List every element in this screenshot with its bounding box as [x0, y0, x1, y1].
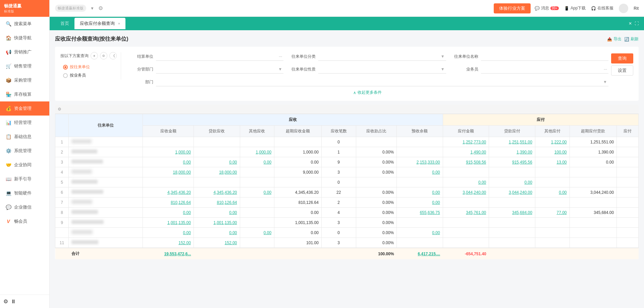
dept-dropdown-icon: ▼	[278, 67, 282, 72]
sidebar-item-label: 资金管理	[14, 105, 32, 112]
user-avatar[interactable]	[619, 4, 628, 13]
radio-by-unit	[63, 65, 68, 70]
search-method-by-unit[interactable]: 按往来单位	[60, 63, 117, 71]
close-window-icon[interactable]: ✕	[629, 21, 632, 26]
app-download-label: App下载	[571, 5, 586, 11]
unit-name-input[interactable]	[481, 52, 608, 61]
sidebar-item-hardware[interactable]: 💻 智能硬件	[0, 186, 49, 200]
finance-icon: 💰	[5, 106, 11, 111]
download-icon: 📱	[564, 6, 569, 11]
purchase-icon: 📦	[5, 78, 11, 83]
sidebar-item-inventory[interactable]: 🏪 库存核算	[0, 87, 49, 101]
member-icon: V	[5, 219, 11, 224]
col-ar-loan: 贷款应收	[194, 126, 240, 137]
refresh-btn[interactable]: 🔄 刷新	[624, 36, 639, 42]
table-footer-row: 合计 19,553,472,6... 100.00% 6,417,215....…	[55, 248, 639, 259]
footer-ar-advance[interactable]: 6,417,215....	[397, 248, 443, 259]
footer-ar-amount[interactable]: 19,553,472,6...	[143, 248, 194, 259]
user-name: Rit	[634, 6, 639, 11]
col-ar-advance: 预收余额	[397, 126, 443, 137]
tab-close-icon[interactable]: ×	[118, 21, 120, 26]
footer-ap-amount: -654,751.40	[443, 248, 489, 259]
sidebar-item-system[interactable]: ⚙️ 系统管理	[0, 144, 49, 158]
unit-name-label: 往来单位名称	[451, 54, 478, 59]
dept-input[interactable]: ▼	[156, 65, 283, 74]
sidebar-item-base[interactable]: 📋 基础信息	[0, 130, 49, 144]
row-unit	[69, 238, 143, 248]
topbar-settings-icon[interactable]: ⚙	[98, 5, 103, 11]
system-icon: ⚙️	[5, 148, 11, 153]
footer-ar-ratio: 100.00%	[356, 248, 397, 259]
logo-text: 畅捷通赢	[4, 3, 21, 9]
table-row: 21,000.001,000.001,000.0010.00%1,490.001…	[55, 147, 639, 157]
salesperson-input[interactable]: ···	[481, 65, 608, 74]
sidebar-item-label: 采购管理	[14, 77, 32, 83]
sidebar-collapse-icon[interactable]: ⏸	[11, 299, 16, 305]
search-label: 按以下方案查询	[60, 53, 89, 59]
sidebar-settings-icon[interactable]: ⚙	[3, 298, 8, 305]
form-row-1: 结算单位 ··· 往来单位分类	[126, 52, 608, 61]
sidebar-item-search[interactable]: 🔍 搜索菜单	[0, 17, 49, 31]
online-service-btn[interactable]: 🎧 在线客服	[591, 5, 613, 11]
settlement-unit-input[interactable]: ···	[156, 52, 283, 61]
sidebar-item-operations[interactable]: 📊 经营管理	[0, 116, 49, 130]
operations-icon: 📊	[5, 120, 11, 125]
topbar-dropdown-icon[interactable]: ▼	[90, 6, 94, 11]
filter-collapse-btn[interactable]: 《	[109, 52, 117, 59]
sidebar-item-sales[interactable]: 🛒 销售管理	[0, 59, 49, 73]
dept-label: 分管部门	[126, 67, 153, 72]
export-btn[interactable]: 📤 导出	[607, 36, 622, 42]
filter-settings-btn[interactable]: ⊙	[100, 52, 107, 59]
sidebar-item-wechat[interactable]: 💬 企业微信	[0, 200, 49, 214]
promo-btn[interactable]: 体验行业方案	[494, 3, 531, 13]
query-btn[interactable]: 查询	[611, 53, 633, 63]
row-unit	[69, 218, 143, 228]
message-icon: 💬	[535, 6, 540, 11]
inventory-icon: 🏪	[5, 92, 11, 97]
field-dept: 分管部门 ▼	[126, 65, 283, 74]
table-toolbar: ⚙	[55, 105, 639, 114]
search-method-by-staff[interactable]: 按业务员	[60, 71, 117, 80]
tab-balance[interactable]: 应收应付余额查询 ×	[74, 18, 125, 29]
sidebar-item-label: 搜索菜单	[14, 21, 32, 27]
unit-nature-input[interactable]: ▼	[318, 65, 446, 74]
table-settings-icon[interactable]: ⚙	[58, 107, 61, 112]
sidebar-item-guide[interactable]: 📖 新手引导	[0, 172, 49, 186]
col-ap-other: 其他应付	[535, 126, 570, 137]
setting-btn[interactable]: 设置	[611, 65, 633, 76]
tab-balance-label: 应收应付余额查询	[80, 21, 115, 26]
sidebar-item-marketing[interactable]: 📢 营销推广	[0, 45, 49, 59]
fullscreen-icon[interactable]: ⛶	[635, 21, 639, 26]
sidebar-item-purchase[interactable]: 📦 采购管理	[0, 73, 49, 87]
section-dept-input[interactable]: ▼	[156, 78, 608, 86]
guide-icon: 📖	[5, 176, 11, 182]
base-icon: 📋	[5, 134, 11, 139]
hardware-icon: 💻	[5, 190, 11, 196]
unit-nature-label: 往来单位性质	[289, 67, 316, 72]
sidebar-item-label: 系统管理	[14, 148, 32, 154]
row-number: 8	[55, 208, 69, 218]
sidebar-item-shortcut[interactable]: 🏠 快捷导航	[0, 31, 49, 45]
col-ap-loan: 贷款应付	[489, 126, 535, 137]
row-unit	[69, 197, 143, 208]
sidebar-item-collab[interactable]: 🤝 企业协同	[0, 158, 49, 172]
sidebar-item-finance[interactable]: 💰 资金管理	[0, 101, 49, 116]
tab-home[interactable]: 首页	[55, 18, 74, 29]
col-ar-count: 应收笔数	[321, 126, 356, 137]
table-row: 64,345,436.204,345,436.200.004,345,436.2…	[55, 187, 639, 197]
message-btn[interactable]: 💬 消息 99+	[535, 5, 559, 11]
topbar-breadcrumb: 畅捷通赢标准版	[55, 5, 86, 12]
add-filter-btn[interactable]: +	[91, 52, 98, 59]
form-row-3: 部门 ▼	[126, 78, 608, 86]
col-ap-amount: 应付金额	[443, 126, 489, 137]
unit-category-input[interactable]: ▼	[318, 52, 446, 61]
table-container: ⚙ 往来单位 应收 应付 应收金额	[55, 105, 639, 259]
sidebar-item-label: 畅会员	[14, 218, 27, 224]
tabs-right-actions: ✕ ⛶	[629, 21, 639, 26]
export-label: 导出	[613, 36, 622, 42]
collapse-more-btn[interactable]: ∧ 收起更多条件	[126, 90, 608, 95]
sidebar-item-label: 智能硬件	[14, 190, 32, 196]
sidebar-item-member[interactable]: V 畅会员	[0, 214, 49, 228]
salesperson-label: 业务员	[451, 67, 478, 72]
app-download-btn[interactable]: 📱 App下载	[564, 5, 586, 11]
